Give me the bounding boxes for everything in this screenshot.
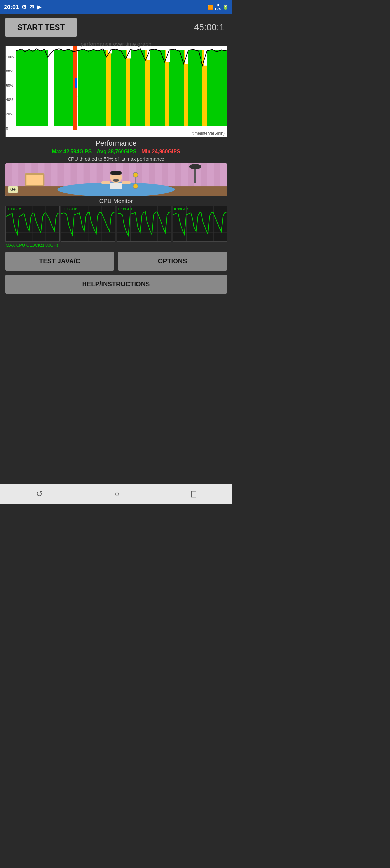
svg-point-50: [133, 172, 138, 178]
performance-graph[interactable]: 100% 80% 60% 40% 20% 0: [5, 46, 227, 137]
nav-home-icon[interactable]: ○: [115, 489, 120, 498]
svg-point-54: [189, 164, 201, 169]
battery-icon: 🔋: [222, 5, 228, 10]
bottom-buttons: TEST JAVA/C OPTIONS: [5, 251, 227, 271]
perf-max: Max 42,594GIPS: [52, 149, 92, 155]
perf-stats: Max 42,594GIPS Avg 38,760GIPS Min 24,960…: [5, 149, 227, 155]
svg-rect-12: [126, 50, 130, 126]
svg-rect-48: [101, 181, 111, 184]
status-left: 20:01 ⚙ ✉ ▶: [4, 4, 41, 11]
graph-wrapper: performance over time graph 100% 80% 60%…: [5, 39, 227, 137]
svg-point-52: [133, 184, 138, 189]
options-button[interactable]: OPTIONS: [118, 251, 227, 271]
cpu-monitor-title: CPU Monitor: [5, 198, 227, 205]
start-test-button[interactable]: START TEST: [5, 18, 77, 37]
svg-rect-45: [111, 171, 122, 175]
nav-bar: ↺ ○ ⎕: [0, 484, 232, 504]
svg-rect-6: [48, 46, 54, 130]
nav-recent-icon[interactable]: ⎕: [191, 489, 196, 498]
performance-section: Performance Max 42,594GIPS Avg 38,760GIP…: [5, 139, 227, 161]
cpu-core-3-graph: [117, 206, 171, 242]
cpu-core-2: 0.98GHz: [61, 206, 116, 242]
cpu-core-1-graph: [5, 206, 59, 242]
cpu-max-clock: MAX CPU CLOCK:1.80GHz: [6, 243, 227, 248]
svg-rect-13: [145, 50, 150, 126]
time-display: 20:01: [4, 4, 19, 11]
main-content: START TEST 45:00:1 performance over time…: [0, 14, 232, 484]
y-label-0: 0: [6, 126, 15, 130]
svg-rect-9: [76, 78, 77, 88]
cpu-core-3-freq: 0.98GHz: [118, 207, 132, 211]
data-rate: 0B/s: [215, 3, 221, 11]
perf-avg: Avg 38,760GIPS: [97, 149, 136, 155]
graph-svg: [5, 46, 227, 137]
gear-icon: ⚙: [22, 4, 27, 11]
graph-time-label: time(interval 5min): [192, 131, 224, 135]
cpu-monitor-section: CPU Monitor 0.98GHz 0.98GHz: [5, 198, 227, 248]
game-banner-inner: 0+: [5, 163, 227, 196]
svg-rect-7: [54, 50, 73, 126]
cpu-core-1-freq: 0.98GHz: [7, 207, 21, 211]
wifi-icon: 📶: [208, 5, 213, 10]
status-bar: 20:01 ⚙ ✉ ▶ 📶 0B/s 🔋: [0, 0, 232, 14]
status-right: 📶 0B/s 🔋: [208, 3, 228, 11]
game-banner[interactable]: 0+: [5, 163, 227, 196]
cpu-core-4: 0.98GHz: [173, 206, 227, 242]
graph-title: performance over time graph: [5, 41, 227, 48]
cpu-core-2-freq: 0.98GHz: [63, 207, 77, 211]
cpu-core-2-graph: [61, 206, 115, 242]
nav-back-icon[interactable]: ↺: [36, 489, 42, 498]
svg-rect-5: [16, 50, 49, 126]
game-banner-svg: [5, 163, 227, 196]
age-badge: 0+: [8, 186, 18, 193]
performance-title: Performance: [5, 139, 227, 148]
test-java-c-button[interactable]: TEST JAVA/C: [5, 251, 114, 271]
cpu-graphs: 0.98GHz 0.98GHz: [5, 206, 227, 242]
y-label-60: 60%: [6, 84, 15, 87]
perf-min: Min 24,960GIPS: [141, 149, 180, 155]
y-label-40: 40%: [6, 98, 15, 102]
cpu-core-4-graph: [173, 206, 227, 242]
svg-rect-47: [110, 183, 122, 189]
svg-point-46: [113, 179, 119, 182]
cpu-core-3: 0.98GHz: [117, 206, 171, 242]
top-row: START TEST 45:00:1: [5, 18, 227, 37]
cpu-core-4-freq: 0.98GHz: [174, 207, 188, 211]
y-label-80: 80%: [6, 69, 15, 73]
y-axis-labels: 100% 80% 60% 40% 20% 0: [6, 55, 15, 137]
y-label-20: 20%: [6, 112, 15, 116]
svg-rect-49: [122, 181, 131, 184]
play-icon: ▶: [37, 4, 41, 11]
y-label-100: 100%: [6, 55, 15, 59]
mail-icon: ✉: [29, 4, 34, 11]
help-instructions-button[interactable]: HELP/INSTRUCTIONS: [5, 275, 227, 294]
cpu-core-1: 0.98GHz: [5, 206, 60, 242]
timer-display: 45:00:1: [81, 22, 227, 32]
svg-rect-11: [106, 50, 111, 126]
perf-throttle: CPU throttled to 59% of its max performa…: [5, 156, 227, 161]
spacer: [5, 296, 227, 481]
svg-rect-56: [26, 175, 42, 185]
